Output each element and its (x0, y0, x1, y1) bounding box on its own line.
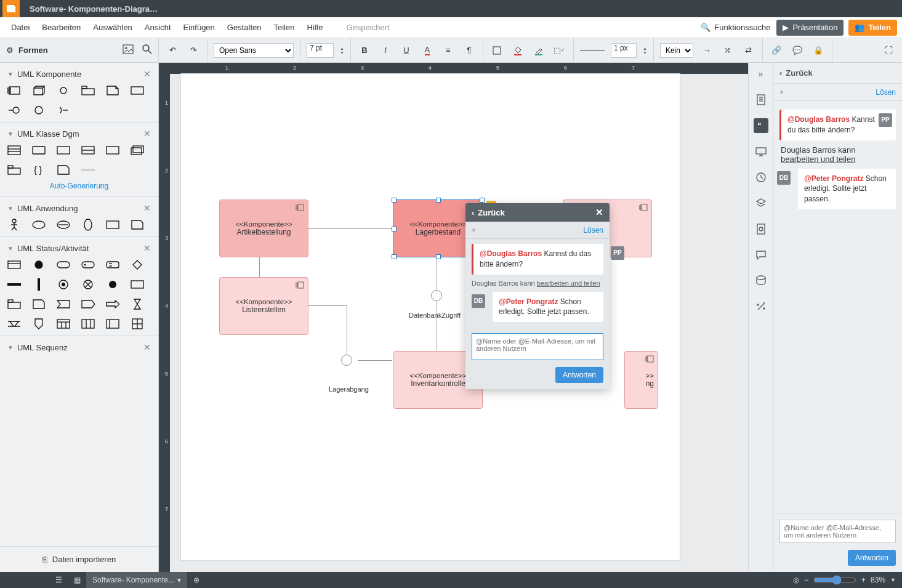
node-artikelbestellung[interactable]: <<Komponente>> Artikelbestellung (219, 199, 308, 257)
fontsize-down-icon[interactable]: ▼ (340, 50, 344, 55)
zoom-value[interactable]: 83% (871, 576, 885, 584)
shape-oval[interactable] (81, 219, 95, 230)
shape-merge[interactable] (7, 318, 21, 329)
page-icon[interactable] (754, 92, 768, 107)
caret-down-icon[interactable]: ▼ (7, 205, 14, 212)
fontsize-up-icon[interactable]: ▲ (340, 46, 344, 50)
edge-label[interactable]: DatenbankZugriff (409, 312, 461, 319)
shape-note3[interactable] (131, 219, 144, 230)
reply-input[interactable] (779, 520, 896, 543)
menu-view[interactable]: Ansicht (139, 17, 177, 38)
quote-icon[interactable]: ❝ (754, 118, 768, 133)
selection-handle[interactable] (436, 198, 441, 203)
line-style-icon[interactable] (580, 50, 605, 50)
caret-down-icon[interactable]: ▼ (7, 131, 14, 137)
italic-icon[interactable]: I (378, 43, 393, 58)
present-icon[interactable] (754, 144, 768, 159)
caret-down-icon[interactable]: ▼ (7, 245, 14, 252)
shape-grid4[interactable] (131, 318, 144, 329)
linewidth-down-icon[interactable]: ▼ (643, 50, 647, 55)
menu-select[interactable]: Auswählen (87, 17, 139, 38)
shape-signal-send[interactable] (81, 299, 95, 310)
fullscreen-icon[interactable]: ⛶ (881, 43, 896, 58)
node-listeerstellen[interactable]: <<Komponente>> Listeerstellen (219, 277, 308, 335)
share-button[interactable]: 👥Teilen (848, 20, 897, 36)
shape-roundrect2[interactable] (81, 259, 95, 270)
reply-input[interactable] (472, 333, 603, 360)
resolve-link[interactable]: Lösen (583, 226, 603, 235)
canvas[interactable]: 1 2 3 4 5 6 7 1 2 3 4 5 6 7 (159, 63, 748, 572)
font-family-select[interactable]: Open Sans (214, 43, 294, 58)
shape-rect2[interactable] (57, 145, 70, 156)
close-icon[interactable]: ✕ (143, 342, 151, 352)
shape-arrow[interactable] (106, 299, 119, 310)
shape-port[interactable] (57, 85, 70, 96)
close-icon[interactable]: ✕ (143, 203, 151, 213)
shape-openrect[interactable] (32, 145, 46, 156)
import-data-button[interactable]: ⎘ Daten importieren (0, 546, 158, 572)
collapse-rail-icon[interactable]: » (759, 69, 763, 79)
link-icon[interactable]: 🔗 (769, 43, 784, 58)
comment-shape-icon[interactable]: 💬 (790, 43, 805, 58)
menu-share[interactable]: Teilen (267, 17, 300, 38)
menu-help[interactable]: Hilfe (300, 17, 329, 38)
shape-braces[interactable]: { } (32, 164, 46, 175)
edge[interactable] (307, 305, 347, 306)
auto-generate-link[interactable]: Auto-Generierung (7, 182, 151, 190)
line-swap-icon[interactable]: ⇄ (741, 43, 756, 58)
shape-terminate[interactable] (81, 279, 95, 290)
page-tab[interactable]: Software- Komponente… ▾ (86, 572, 187, 588)
menu-arrange[interactable]: Gestalten (221, 17, 268, 38)
search-icon[interactable] (142, 44, 152, 56)
zoom-in-icon[interactable]: + (861, 576, 866, 584)
edge[interactable] (358, 360, 392, 361)
layers-icon[interactable] (754, 196, 768, 211)
reply-item[interactable]: DB @Peter Pongratz Schon erledigt. Sollt… (798, 169, 896, 209)
fill-color-icon[interactable] (510, 43, 525, 58)
pin-icon[interactable]: ⌖ (779, 87, 784, 97)
shape-pkg2[interactable] (7, 164, 21, 175)
reply-button[interactable]: Antworten (848, 550, 896, 566)
resolve-link[interactable]: Lösen (876, 88, 896, 97)
edge[interactable] (437, 301, 437, 350)
shape-required[interactable] (32, 105, 46, 116)
shape-actor[interactable] (7, 219, 21, 230)
close-icon[interactable]: ✕ (143, 69, 151, 79)
text-color-icon[interactable]: A (420, 43, 435, 58)
close-icon[interactable]: ✕ (595, 207, 603, 218)
shape-options-icon[interactable]: ⬚✓ (552, 43, 567, 58)
chat-icon[interactable] (754, 248, 768, 262)
shape-ellipse[interactable] (32, 219, 46, 230)
shape-partition[interactable] (7, 299, 21, 310)
reply-item[interactable]: DB @Peter Pongratz Schon erledigt. Sollt… (493, 292, 603, 323)
add-page-icon[interactable]: ⊕ (187, 572, 206, 588)
feature-search[interactable]: 🔍 Funktionssuche (701, 23, 770, 32)
shape-offpage[interactable] (32, 318, 46, 329)
shape-vbar[interactable] (32, 279, 46, 290)
permissions-link[interactable]: bearbeiten und teilen (537, 280, 600, 287)
present-button[interactable]: ▶Präsentation (776, 20, 844, 36)
permissions-link[interactable]: bearbeiten und teilen (781, 155, 855, 164)
menu-insert[interactable]: Einfügen (177, 17, 221, 38)
image-icon[interactable] (123, 44, 134, 56)
edge[interactable] (259, 257, 260, 277)
align-icon[interactable]: ≡ (441, 43, 456, 58)
shape-hbar[interactable] (7, 279, 21, 290)
back-label[interactable]: Zurück (786, 68, 812, 78)
shape-package[interactable] (81, 85, 95, 96)
shape-initial[interactable] (32, 259, 46, 270)
shape-class3[interactable] (7, 145, 21, 156)
shape-rect3[interactable] (106, 145, 119, 156)
back-icon[interactable]: ‹ (472, 208, 474, 217)
shape-class2[interactable] (81, 145, 95, 156)
shape-table[interactable] (57, 318, 70, 329)
interface-circle[interactable] (431, 290, 442, 301)
linewidth-up-icon[interactable]: ▲ (643, 46, 647, 50)
underline-icon[interactable]: U (399, 43, 414, 58)
shape-swim[interactable] (81, 318, 95, 329)
interface-circle[interactable] (341, 355, 352, 366)
shape-note2[interactable] (57, 164, 70, 175)
text-options-icon[interactable]: ¶ (462, 43, 477, 58)
shape-component[interactable] (7, 85, 21, 96)
selection-handle[interactable] (392, 227, 397, 232)
